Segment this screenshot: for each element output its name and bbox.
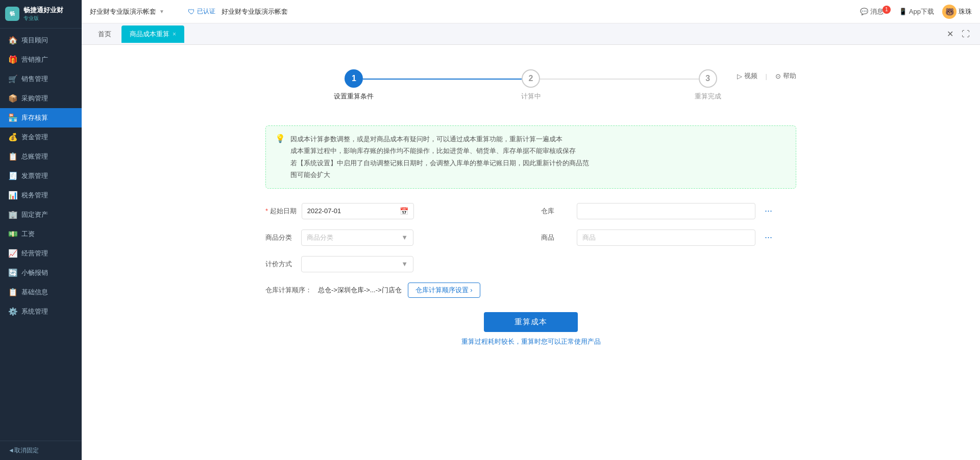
sales-icon: 🛒 <box>8 74 17 84</box>
step-3-circle: 3 <box>699 69 717 88</box>
sidebar-item-tax[interactable]: 📊 税务管理 <box>0 186 82 205</box>
step-1: 1 设置重算条件 <box>265 69 443 101</box>
sidebar-item-expense[interactable]: 🔄 小畅报销 <box>0 263 82 283</box>
content-area: 1 设置重算条件 2 计算中 3 重算完成 <box>82 45 980 460</box>
tabbar-actions: ✕ ⛶ <box>945 27 980 41</box>
step-3-label: 重算完成 <box>695 92 721 101</box>
sidebar-item-marketing[interactable]: 🎁 营销推广 <box>0 50 82 69</box>
sidebar-item-operations[interactable]: 📈 经营管理 <box>0 244 82 263</box>
steps-container: 1 设置重算条件 2 计算中 3 重算完成 <box>265 61 796 109</box>
info-box: 💡 因成本计算参数调整，或是对商品成本有疑问时，可以通过成本重算功能，重新计算一… <box>265 125 796 189</box>
product-label: 商品 <box>541 233 572 242</box>
sidebar-item-label-invoice: 发票管理 <box>21 171 48 181</box>
sidebar-item-label-operations: 经营管理 <box>21 249 48 258</box>
company-name: 好业财专业版演示帐套 <box>222 7 288 16</box>
basic-icon: 📋 <box>8 288 17 297</box>
topbar-right: 💬 消息 1 📱 App下载 🐻 珠珠 <box>860 5 972 19</box>
app-title: 畅捷通好业财 <box>23 6 63 14</box>
product-field: 商品 商品 ··· <box>541 229 796 246</box>
sidebar-header: 畅 畅捷通好业财 专业版 <box>0 0 82 29</box>
verified-badge: 🛡 已认证 <box>188 7 215 16</box>
sidebar-item-label-assets: 固定资产 <box>21 210 48 219</box>
pricing-label: 计价方式 <box>265 260 296 269</box>
inventory-icon: 🏪 <box>8 113 17 122</box>
sidebar-item-accounting[interactable]: 📋 总账管理 <box>0 147 82 166</box>
start-date-value: 2022-07-01 <box>307 207 341 215</box>
chevron-down-icon: ▼ <box>401 234 408 241</box>
help-btn[interactable]: ⊙ 帮助 <box>775 71 796 81</box>
tab-recalc-label: 商品成本重算 <box>130 30 169 39</box>
notifications-btn[interactable]: 💬 消息 1 <box>860 7 891 16</box>
warehouse-order-settings-btn[interactable]: 仓库计算顺序设置 › <box>408 283 480 298</box>
sidebar-item-label-purchase: 采购管理 <box>21 94 48 103</box>
sidebar-item-invoice[interactable]: 🧾 发票管理 <box>0 166 82 186</box>
sidebar-item-inventory[interactable]: 🏪 库存核算 <box>0 108 82 127</box>
sidebar-item-system[interactable]: ⚙️ 系统管理 <box>0 302 82 321</box>
account-arrow-icon: ▼ <box>159 9 164 14</box>
form-row-1: * 起始日期 2022-07-01 📅 仓库 ··· <box>265 203 796 219</box>
tab-recalc[interactable]: 商品成本重算 × <box>121 25 184 43</box>
sidebar-item-label-salary: 工资 <box>21 229 35 239</box>
product-more-btn[interactable]: ··· <box>765 232 772 243</box>
account-selector[interactable]: 好业财专业版演示帐套 ▼ <box>90 7 182 16</box>
operations-icon: 📈 <box>8 249 17 258</box>
recalc-note: 重算过程耗时较长，重算时您可以正常使用产品 <box>461 337 601 346</box>
sidebar-item-label-project: 项目顾问 <box>21 36 48 45</box>
calendar-icon[interactable]: 📅 <box>400 207 408 215</box>
sidebar-item-label-sales: 销售管理 <box>21 74 48 84</box>
sidebar-item-purchase[interactable]: 📦 采购管理 <box>0 89 82 108</box>
tabbar: 首页 商品成本重算 × ✕ ⛶ <box>82 23 980 45</box>
required-mark: * <box>265 207 268 215</box>
category-select[interactable]: 商品分类 ▼ <box>301 229 413 246</box>
sidebar-footer-pin[interactable]: ◄取消固定 <box>0 441 82 460</box>
step-1-label: 设置重算条件 <box>334 92 374 101</box>
tab-close-icon[interactable]: × <box>173 31 176 38</box>
system-icon: ⚙️ <box>8 307 17 316</box>
sidebar-item-salary[interactable]: 💵 工资 <box>0 224 82 244</box>
salary-icon: 💵 <box>8 229 17 239</box>
sidebar-item-sales[interactable]: 🛒 销售管理 <box>0 69 82 89</box>
play-icon: ▷ <box>737 72 742 80</box>
assets-icon: 🏢 <box>8 210 17 219</box>
sidebar-item-label-tax: 税务管理 <box>21 191 48 200</box>
close-window-btn[interactable]: ✕ <box>945 27 955 41</box>
sidebar-item-project[interactable]: 🏠 项目顾问 <box>0 31 82 50</box>
step-2-label: 计算中 <box>521 92 541 101</box>
app-download-btn[interactable]: 📱 App下载 <box>899 7 934 16</box>
start-date-label: * 起始日期 <box>265 207 297 216</box>
user-profile[interactable]: 🐻 珠珠 <box>942 5 972 19</box>
recalc-btn[interactable]: 重算成本 <box>484 312 578 332</box>
shield-icon: 🛡 <box>188 8 195 16</box>
sidebar-item-label-inventory: 库存核算 <box>21 113 48 122</box>
start-date-field: * 起始日期 2022-07-01 📅 <box>265 203 521 219</box>
form-row-2: 商品分类 商品分类 ▼ 商品 商品 ··· <box>265 229 796 246</box>
topbar: 好业财专业版演示帐套 ▼ 🛡 已认证 好业财专业版演示帐套 💬 消息 1 📱 A… <box>82 0 980 23</box>
sidebar-item-label-accounting: 总账管理 <box>21 152 48 161</box>
expense-icon: 🔄 <box>8 268 17 277</box>
sidebar-item-label-finance: 资金管理 <box>21 133 48 142</box>
product-input[interactable]: 商品 <box>577 229 755 246</box>
warehouse-more-btn[interactable]: ··· <box>765 206 772 216</box>
recalc-section: 重算成本 重算过程耗时较长，重算时您可以正常使用产品 <box>265 312 796 346</box>
question-icon: ⊙ <box>775 72 781 80</box>
main-area: 好业财专业版演示帐套 ▼ 🛡 已认证 好业财专业版演示帐套 💬 消息 1 📱 A… <box>82 0 980 460</box>
tax-icon: 📊 <box>8 191 17 200</box>
start-date-input[interactable]: 2022-07-01 📅 <box>302 203 414 219</box>
form-row-3: 计价方式 ▼ <box>265 256 796 272</box>
step-2: 2 计算中 <box>443 69 620 101</box>
accounting-icon: 📋 <box>8 152 17 161</box>
sidebar-item-finance[interactable]: 💰 资金管理 <box>0 127 82 147</box>
video-btn[interactable]: ▷ 视频 <box>737 71 757 81</box>
expand-window-btn[interactable]: ⛶ <box>960 28 972 41</box>
tab-home[interactable]: 首页 <box>90 25 119 43</box>
project-icon: 🏠 <box>8 36 17 45</box>
sidebar-item-assets[interactable]: 🏢 固定资产 <box>0 205 82 224</box>
warehouse-order-value: 总仓->深圳仓库->...->门店仓 <box>318 286 402 295</box>
warehouse-input[interactable] <box>577 203 755 219</box>
category-field: 商品分类 商品分类 ▼ <box>265 229 521 246</box>
sidebar-item-basic[interactable]: 📋 基础信息 <box>0 283 82 302</box>
info-text: 因成本计算参数调整，或是对商品成本有疑问时，可以通过成本重算功能，重新计算一遍成… <box>290 133 589 181</box>
phone-icon: 📱 <box>899 8 907 15</box>
info-bulb-icon: 💡 <box>275 134 285 143</box>
pricing-select[interactable]: ▼ <box>301 256 413 272</box>
